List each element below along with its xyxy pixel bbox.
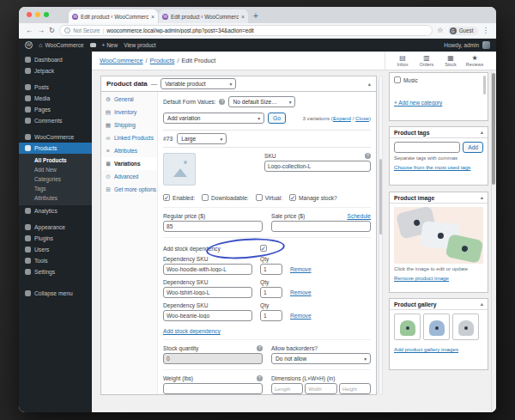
activity-stock[interactable]: ▦Stock <box>439 54 462 67</box>
product-image[interactable] <box>394 207 483 264</box>
admin-avatar[interactable] <box>482 41 490 49</box>
length-input[interactable] <box>271 383 303 394</box>
gallery-thumb[interactable] <box>452 313 479 340</box>
browser-tab-1[interactable]: W Edit product ‹ WooCommerce × <box>69 9 158 23</box>
admin-bar-site-link[interactable]: ⌂ WooCommerce <box>39 42 84 49</box>
activity-reviews[interactable]: ★Reviews <box>464 54 486 67</box>
category-list-scrollbar[interactable] <box>483 76 486 94</box>
weight-input[interactable] <box>163 383 263 394</box>
add-variation-select[interactable]: Add variation <box>163 113 264 124</box>
help-tip-icon[interactable] <box>365 153 371 159</box>
new-tab-button[interactable]: + <box>253 11 258 21</box>
page-scrollbar-thumb[interactable] <box>492 73 495 185</box>
sidebar-item-media[interactable]: Media <box>19 93 92 104</box>
window-zoom-button[interactable] <box>44 12 49 17</box>
add-gallery-images-link[interactable]: Add product gallery images <box>394 346 458 352</box>
activity-inbox[interactable]: ▤Inbox <box>391 54 414 67</box>
schedule-link[interactable]: Schedule <box>348 213 372 219</box>
stock-quantity-input[interactable] <box>163 353 263 364</box>
breadcrumb-woocommerce[interactable]: WooCommerce <box>100 57 143 64</box>
help-tip-icon[interactable] <box>257 345 263 351</box>
tab-general[interactable]: ⚙General <box>101 93 157 106</box>
submenu-attributes[interactable]: Attributes <box>19 193 92 203</box>
box-toggle-icon[interactable] <box>481 129 483 136</box>
sidebar-item-comments[interactable]: Comments <box>19 115 92 126</box>
product-type-select[interactable]: Variable product <box>161 78 236 89</box>
dependency-qty-input[interactable] <box>260 287 282 298</box>
expand-link[interactable]: Expand <box>333 115 351 121</box>
sidebar-collapse-menu[interactable]: Collapse menu <box>19 288 92 299</box>
most-used-tags-link[interactable]: Choose from the most used tags <box>394 164 470 170</box>
breadcrumb-products[interactable]: Products <box>150 57 175 64</box>
regular-price-input[interactable] <box>163 221 263 232</box>
back-icon[interactable]: ← <box>26 27 33 34</box>
wordpress-logo-icon[interactable]: W <box>25 41 33 49</box>
remove-dependency-link[interactable]: Remove <box>290 266 312 272</box>
dependency-sku-input[interactable] <box>163 310 252 321</box>
add-stock-dependency-link[interactable]: Add stock dependency <box>163 328 221 334</box>
sidebar-item-woocommerce[interactable]: WooCommerce <box>19 131 92 143</box>
virtual-checkbox[interactable] <box>256 194 263 201</box>
sidebar-item-analytics[interactable]: Analytics <box>19 205 92 216</box>
site-info-icon[interactable]: i <box>64 27 70 33</box>
dependency-qty-input[interactable] <box>260 310 282 321</box>
window-close-button[interactable] <box>27 12 32 17</box>
tags-input[interactable] <box>394 142 460 153</box>
remove-dependency-link[interactable]: Remove <box>290 313 312 319</box>
submenu-add-new[interactable]: Add New <box>19 165 92 174</box>
tab-attributes[interactable]: ≡Attributes <box>101 144 157 157</box>
admin-bar-new-link[interactable]: + New <box>102 42 118 48</box>
gallery-thumb[interactable] <box>423 313 450 340</box>
sku-input[interactable] <box>264 161 371 172</box>
submenu-all-products[interactable]: All Products <box>19 155 92 165</box>
browser-profile-chip[interactable]: G Guest <box>448 27 478 35</box>
tab-inventory[interactable]: ▤Inventory <box>101 106 157 119</box>
tab-close-icon[interactable]: × <box>241 14 245 20</box>
dependency-sku-input[interactable] <box>163 287 252 298</box>
help-tip-icon[interactable] <box>219 99 225 105</box>
music-category-checkbox[interactable] <box>394 76 401 83</box>
bookmark-star-icon[interactable]: ☆ <box>437 27 444 34</box>
forward-icon[interactable]: → <box>38 27 45 34</box>
page-scrollbar[interactable] <box>491 70 496 412</box>
browser-menu-icon[interactable]: ⋮ <box>482 27 490 34</box>
sidebar-item-products[interactable]: Products <box>19 143 92 154</box>
tab-linked-products[interactable]: ∞Linked Products <box>101 131 157 144</box>
box-toggle-icon[interactable] <box>481 301 483 307</box>
tab-variations[interactable]: ≣Variations <box>101 157 157 170</box>
go-button[interactable]: Go <box>268 113 286 124</box>
admin-bar-view-product-link[interactable]: View product <box>124 42 155 48</box>
box-toggle-icon[interactable] <box>481 194 483 201</box>
gallery-thumb[interactable] <box>394 313 421 340</box>
dependency-qty-input[interactable] <box>260 264 282 275</box>
remove-product-image-link[interactable]: Remove product image <box>394 275 449 281</box>
tab-get-more-options[interactable]: ⊞Get more options <box>101 183 157 196</box>
tab-advanced[interactable]: ⊙Advanced <box>101 170 157 183</box>
submenu-tags[interactable]: Tags <box>19 184 92 193</box>
variation-image-placeholder[interactable] <box>163 153 196 186</box>
address-bar[interactable]: i Not Secure | woocommerce.local/wp-admi… <box>59 25 433 36</box>
metabox-scrollbar[interactable] <box>379 76 383 395</box>
variation-attribute-select[interactable]: Large <box>177 133 227 144</box>
width-input[interactable] <box>305 383 336 394</box>
browser-tab-2[interactable]: W Edit product ‹ WooCommerce × <box>159 9 248 23</box>
sidebar-item-plugins[interactable]: Plugins <box>19 233 92 244</box>
reload-icon[interactable]: ↻ <box>49 27 55 34</box>
activity-orders[interactable]: ▥Orders <box>415 54 438 67</box>
sidebar-item-users[interactable]: Users <box>19 244 92 255</box>
add-tag-button[interactable]: Add <box>463 142 483 153</box>
tab-close-icon[interactable]: × <box>151 14 154 20</box>
enabled-checkbox[interactable] <box>163 194 170 201</box>
dependency-sku-input[interactable] <box>163 264 252 275</box>
metabox-scrollbar-thumb[interactable] <box>379 159 382 234</box>
help-tip-icon[interactable] <box>257 375 263 381</box>
comments-bubble-icon[interactable] <box>90 43 96 47</box>
metabox-toggle-icon[interactable] <box>368 81 371 88</box>
sidebar-item-pages[interactable]: Pages <box>19 104 92 115</box>
howdy-label[interactable]: Howdy, admin <box>444 42 479 48</box>
sidebar-item-posts[interactable]: Posts <box>19 82 92 93</box>
backorders-select[interactable]: Do not allow <box>271 353 371 364</box>
tab-shipping[interactable]: ▦Shipping <box>101 119 157 131</box>
default-form-values-select[interactable]: No default Size… <box>228 96 295 107</box>
sidebar-item-tools[interactable]: Tools <box>19 255 92 266</box>
